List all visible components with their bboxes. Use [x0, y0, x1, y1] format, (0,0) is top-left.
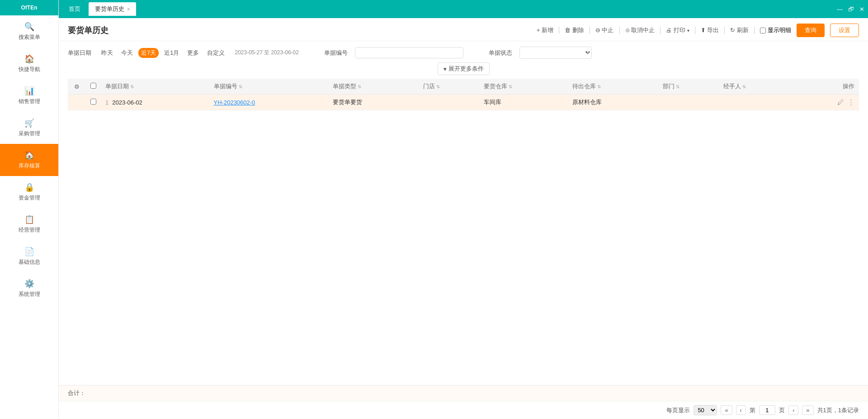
suspend-label: ⊖ 中止 [595, 26, 614, 34]
row-checkbox[interactable] [90, 99, 96, 105]
filter-bar: 单据日期 昨天 今天 近7天 近1月 更多 自定义 2023-05-27 至 2… [59, 41, 868, 79]
tab-home[interactable]: 首页 [62, 2, 87, 16]
prev-page-btn[interactable]: ‹ [736, 405, 746, 415]
th-pendwh-sort[interactable]: 待出仓库 ⇅ [572, 82, 654, 90]
sidebar-item-search[interactable]: 🔍 搜索菜单 [0, 15, 58, 48]
delete-button[interactable]: 🗑 删除 [565, 26, 584, 34]
first-page-btn[interactable]: « [721, 405, 732, 415]
suspend-button[interactable]: ⊖ 中止 [595, 26, 614, 34]
total-info: 共1页，1条记录 [817, 406, 859, 414]
sidebar-item-label: 库存核算 [19, 162, 40, 170]
sidebar-item-sales[interactable]: 📊 销售管理 [0, 80, 58, 112]
sidebar-item-label: 经营管理 [19, 226, 40, 234]
tab-home-label: 首页 [69, 5, 80, 13]
sort-icon-dept: ⇅ [676, 84, 679, 89]
data-table: ⚙ 单据日期 ⇅ 单据编号 [68, 79, 859, 110]
tab-requisition-history[interactable]: 要货单历史 × [89, 2, 136, 16]
row-checkbox-cell [86, 95, 101, 110]
table-settings-icon[interactable]: ⚙ [74, 83, 80, 90]
row-shop [419, 95, 479, 110]
row-settings [68, 95, 86, 110]
th-pending-warehouse: 待出仓库 ⇅ [568, 79, 658, 95]
cart-icon: 🛒 [24, 118, 34, 128]
divider-1 [559, 27, 559, 34]
date-btn-yesterday[interactable]: 昨天 [99, 48, 116, 58]
divider-2 [590, 27, 590, 34]
select-all-checkbox[interactable] [90, 83, 96, 89]
divider-3 [619, 27, 620, 34]
doc-number-input[interactable] [355, 47, 463, 58]
date-btn-custom[interactable]: 自定义 [204, 48, 227, 58]
sidebar-item-purchase[interactable]: 🛒 采购管理 [0, 112, 58, 144]
page-number-input[interactable] [759, 405, 775, 415]
print-label: 🖨 打印 [666, 26, 685, 34]
page-label: 第 [750, 406, 755, 414]
add-button[interactable]: + 新增 [537, 26, 553, 34]
next-page-btn[interactable]: › [788, 405, 798, 415]
date-btn-7days[interactable]: 近7天 [138, 48, 159, 58]
sidebar-item-finance[interactable]: 🔒 资金管理 [0, 176, 58, 208]
sidebar-item-inventory[interactable]: 🏠 库存核算 [0, 144, 58, 176]
th-date-sort[interactable]: 单据日期 ⇅ [105, 82, 205, 90]
delete-label: 🗑 删除 [565, 26, 584, 34]
th-doctype-sort[interactable]: 单据类型 ⇅ [333, 82, 414, 90]
divider-4 [660, 27, 660, 34]
search-icon: 🔍 [24, 22, 34, 32]
sidebar-item-quick-nav[interactable]: 🏠 快捷导航 [0, 48, 58, 80]
row-doc-type: 要货单要货 [328, 95, 419, 110]
table-header-row: ⚙ 单据日期 ⇅ 单据编号 [68, 79, 859, 95]
cancel-suspend-button[interactable]: ⊙ 取消中止 [625, 26, 655, 34]
row-edit-icon[interactable]: 🖊 [837, 98, 844, 106]
th-shop: 门店 ⇅ [419, 79, 479, 95]
tab-requisition-label: 要货单历史 [95, 5, 124, 13]
sidebar-item-basic[interactable]: 📄 基础信息 [0, 240, 58, 272]
row-more-icon[interactable]: ⋮ [848, 98, 854, 106]
last-page-btn[interactable]: » [802, 405, 813, 415]
page-size-label: 每页显示 [666, 406, 690, 414]
date-filter-label: 单据日期 [68, 49, 91, 57]
doc-no-link[interactable]: YH-20230602-0 [214, 99, 255, 106]
sidebar-item-system[interactable]: ⚙️ 系统管理 [0, 272, 58, 305]
table-settings-col: ⚙ [68, 79, 86, 95]
date-btn-today[interactable]: 今天 [118, 48, 136, 58]
window-minimize-btn[interactable]: — [837, 6, 843, 13]
window-restore-btn[interactable]: 🗗 [848, 6, 854, 13]
th-req-warehouse: 要货仓库 ⇅ [479, 79, 567, 95]
tab-close-icon[interactable]: × [127, 6, 130, 12]
th-reqwh-sort[interactable]: 要货仓库 ⇅ [484, 82, 563, 90]
home-icon: 🏠 [24, 54, 34, 64]
th-handler-sort[interactable]: 经手人 ⇅ [723, 82, 789, 90]
page-size-select[interactable]: 102050100 [693, 405, 717, 415]
status-select[interactable] [519, 47, 592, 59]
sidebar-item-label: 基础信息 [19, 258, 40, 266]
row-handler [719, 95, 793, 110]
clipboard-icon: 📋 [24, 214, 34, 224]
settings-button[interactable]: 设置 [830, 24, 859, 37]
page-header: 要货单历史 + 新增 🗑 删除 ⊖ 中止 ⊙ 取消中止 [59, 18, 868, 41]
date-btn-1month[interactable]: 近1月 [161, 48, 182, 58]
display-detail-checkbox[interactable] [760, 28, 766, 33]
print-button[interactable]: 🖨 打印 ▾ [666, 26, 689, 34]
page-suffix: 页 [779, 406, 785, 414]
window-close-btn[interactable]: ✕ [859, 6, 864, 13]
th-shop-sort[interactable]: 门店 ⇅ [423, 82, 475, 90]
date-btn-more[interactable]: 更多 [184, 48, 202, 58]
export-label: ⬆ 导出 [701, 26, 719, 34]
sort-icon-shop: ⇅ [436, 84, 440, 89]
export-button[interactable]: ⬆ 导出 [701, 26, 719, 34]
summary-label: 合计： [68, 389, 85, 397]
sidebar-item-label: 系统管理 [19, 290, 40, 298]
th-dept-sort[interactable]: 部门 ⇅ [663, 82, 714, 90]
pagination: 每页显示 102050100 « ‹ 第 页 › » 共1页，1条记录 [59, 401, 868, 419]
refresh-button[interactable]: ↻ 刷新 [730, 26, 749, 34]
sort-icon-handler: ⇅ [742, 84, 746, 89]
divider-6 [724, 27, 725, 34]
print-dropdown-icon[interactable]: ▾ [687, 28, 689, 33]
sidebar-item-label: 搜索菜单 [19, 33, 40, 41]
content-area: 要货单历史 + 新增 🗑 删除 ⊖ 中止 ⊙ 取消中止 [59, 18, 868, 419]
th-docno-sort[interactable]: 单据编号 ⇅ [214, 82, 324, 90]
sidebar-item-operations[interactable]: 📋 经营管理 [0, 208, 58, 240]
search-button[interactable]: 查询 [797, 24, 825, 37]
expand-button[interactable]: ▾ 展开更多条件 [438, 62, 490, 75]
th-doc-no: 单据编号 ⇅ [209, 79, 328, 95]
